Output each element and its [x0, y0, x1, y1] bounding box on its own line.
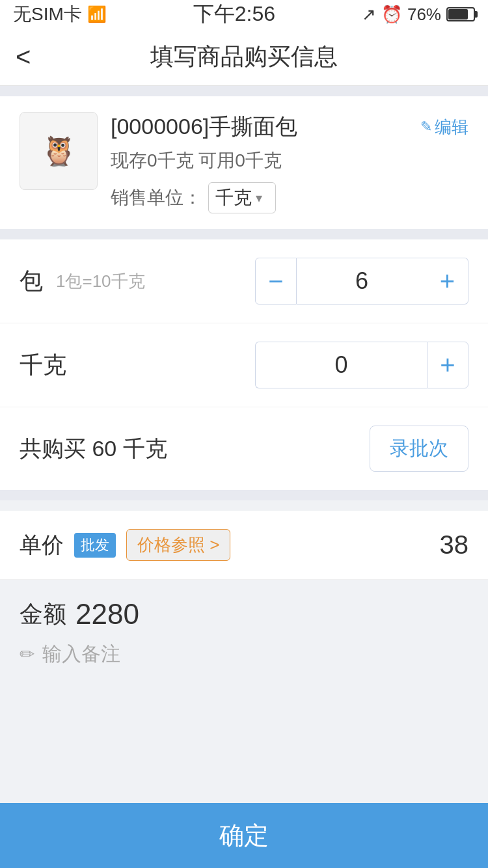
status-left: 无SIM卡 📶 — [13, 2, 107, 27]
kg-label: 千克 — [20, 349, 255, 381]
amount-value: 2280 — [75, 598, 139, 631]
unit-value: 千克 — [215, 185, 252, 210]
product-name: [0000006]手撕面包 — [111, 112, 297, 142]
price-reference-button[interactable]: 价格参照 > — [126, 529, 230, 561]
edit-icon: ✎ — [420, 118, 432, 135]
chevron-down-icon: ▾ — [256, 190, 262, 206]
status-bar: 无SIM卡 📶 下午2:56 ↗ ⏰ 76% — [0, 0, 488, 29]
pencil-icon: ✏ — [20, 644, 34, 665]
nav-bar: < 填写商品购买信息 — [0, 29, 488, 86]
kg-plus-button[interactable]: + — [427, 342, 468, 388]
edit-link[interactable]: ✎ 编辑 — [420, 116, 468, 139]
remark-placeholder: 输入备注 — [42, 641, 120, 668]
page-title: 填写商品购买信息 — [150, 41, 338, 73]
price-badge: 批发 — [74, 533, 116, 558]
product-name-row: [0000006]手撕面包 ✎ 编辑 — [111, 112, 468, 142]
carrier-label: 无SIM卡 — [13, 2, 82, 27]
batch-button[interactable]: 录批次 — [370, 426, 468, 472]
bao-quantity-row: 包 1包=10千克 − + — [0, 239, 488, 323]
price-row: 单价 批发 价格参照 > 38 — [20, 529, 468, 561]
price-value: 38 — [440, 530, 469, 560]
location-icon: ↗ — [362, 5, 376, 25]
battery-percent: 76% — [407, 5, 441, 25]
summary-row: 共购买 60 千克 录批次 — [0, 407, 488, 490]
unit-label: 销售单位： — [111, 185, 202, 210]
product-stock: 现存0千克 可用0千克 — [111, 148, 468, 173]
product-card: 🦉 [0000006]手撕面包 ✎ 编辑 现存0千克 可用0千克 销售单位： 千… — [0, 96, 488, 229]
price-label: 单价 — [20, 530, 64, 560]
alarm-icon: ⏰ — [381, 5, 402, 25]
bao-hint: 1包=10千克 — [56, 270, 242, 293]
amount-section: 金额 2280 ✏ 输入备注 — [0, 580, 488, 686]
product-image: 🦉 — [20, 112, 98, 190]
bao-quantity-input[interactable] — [297, 258, 427, 305]
amount-label: 金额 — [20, 599, 66, 631]
kg-quantity-row: 千克 + — [0, 323, 488, 407]
bao-quantity-control: − + — [255, 258, 468, 305]
remark-row[interactable]: ✏ 输入备注 — [20, 641, 468, 668]
kg-quantity-control: + — [255, 342, 468, 388]
product-unit-row: 销售单位： 千克 ▾ — [111, 182, 468, 213]
section-divider-2 — [0, 490, 488, 500]
bao-minus-button[interactable]: − — [255, 258, 297, 305]
price-section: 单价 批发 价格参照 > 38 — [0, 511, 488, 580]
product-thumbnail: 🦉 — [41, 134, 77, 168]
kg-quantity-input[interactable] — [255, 342, 427, 388]
amount-row: 金额 2280 — [20, 598, 468, 631]
bao-plus-button[interactable]: + — [427, 258, 468, 305]
battery-icon — [446, 7, 475, 21]
bao-label: 包 — [20, 265, 43, 297]
top-divider — [0, 86, 488, 96]
wifi-icon: 📶 — [87, 5, 107, 23]
product-info: [0000006]手撕面包 ✎ 编辑 现存0千克 可用0千克 销售单位： 千克 … — [111, 112, 468, 213]
time-label: 下午2:56 — [193, 0, 275, 29]
summary-text: 共购买 60 千克 — [20, 434, 167, 464]
back-button[interactable]: < — [16, 42, 31, 72]
section-divider-1 — [0, 229, 488, 239]
status-right: ↗ ⏰ 76% — [362, 5, 475, 25]
confirm-button[interactable]: 确定 — [0, 803, 488, 868]
unit-selector[interactable]: 千克 ▾ — [208, 182, 276, 213]
edit-label: 编辑 — [435, 116, 468, 139]
